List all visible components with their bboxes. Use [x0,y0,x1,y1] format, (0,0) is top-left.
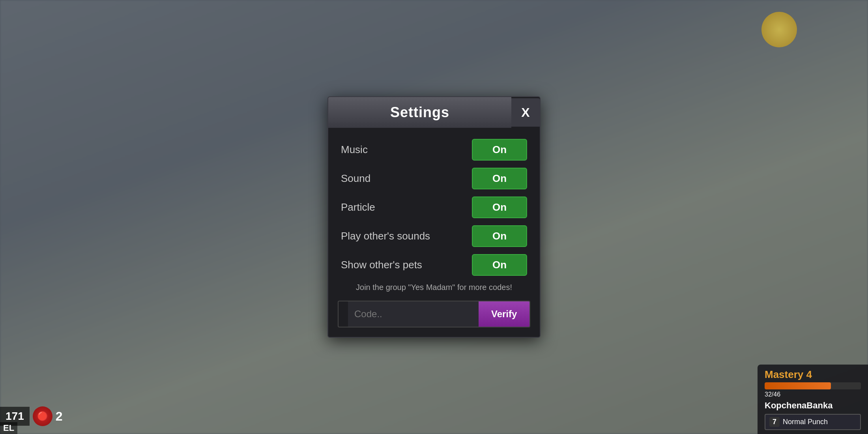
setting-row-sound: Sound On [341,168,527,189]
setting-row-music: Music On [341,139,527,161]
toggle-show-others-pets[interactable]: On [472,254,527,276]
toggle-play-others-sounds[interactable]: On [472,225,527,247]
mastery-bar-fill [765,382,831,389]
setting-label-play-others-sounds: Play other's sounds [341,230,430,242]
hud-currency-value: 2 [56,409,63,424]
hud-currency-icon: 🔴 [33,406,52,426]
setting-label-sound: Sound [341,172,370,185]
modal-overlay: Settings X Music On Sound On Particle On… [0,0,868,434]
player-name: KopchenaBanka [765,400,861,411]
toggle-particle[interactable]: On [472,196,527,218]
modal-header: Settings X [328,97,540,128]
setting-label-show-others-pets: Show other's pets [341,259,422,271]
close-button[interactable]: X [511,98,540,127]
setting-row-show-others-pets: Show other's pets On [341,254,527,276]
modal-title: Settings [390,104,449,120]
mastery-numbers: 32/46 [765,391,861,398]
hud-level-label: EL [0,422,17,434]
settings-modal: Settings X Music On Sound On Particle On… [327,96,541,338]
code-input[interactable] [348,301,479,327]
settings-rows: Music On Sound On Particle On Play other… [328,139,540,276]
hud-bottom-right: Mastery 4 32/46 KopchenaBanka 7 Normal P… [758,365,868,434]
mastery-title: Mastery 4 [765,369,861,381]
skill-box: 7 Normal Punch [765,414,861,430]
skill-name: Normal Punch [783,418,828,426]
toggle-sound[interactable]: On [472,168,527,189]
code-section: Verify [338,301,530,327]
setting-label-particle: Particle [341,201,375,213]
setting-label-music: Music [341,144,368,156]
modal-title-bar: Settings [328,97,511,128]
group-message: Join the group "Yes Madam" for more code… [328,283,540,292]
setting-row-particle: Particle On [341,196,527,218]
setting-row-play-others-sounds: Play other's sounds On [341,225,527,247]
mastery-bar-container [765,382,861,389]
verify-button[interactable]: Verify [479,301,529,327]
skill-key: 7 [769,417,780,427]
toggle-music[interactable]: On [472,139,527,161]
